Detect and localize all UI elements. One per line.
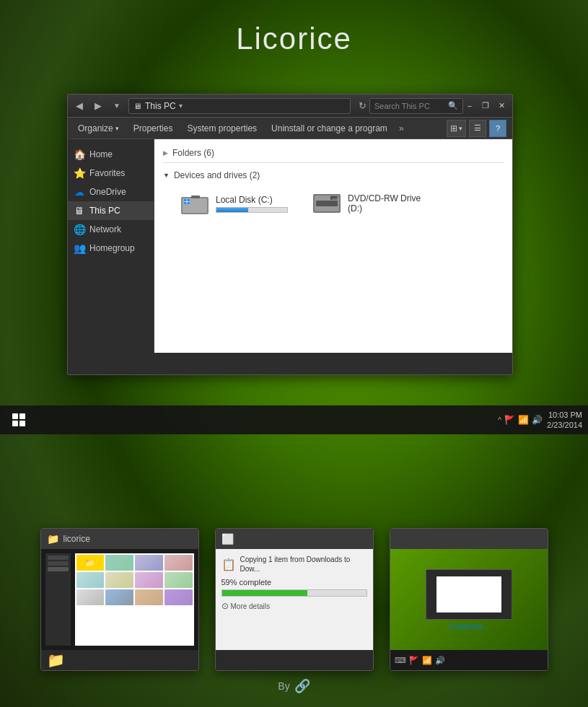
search-placeholder: Search This PC — [374, 102, 445, 110]
drive-dvd-d[interactable]: DVD DVD/CD-RW Drive (D:) — [307, 186, 433, 221]
sidebar-item-home[interactable]: 🏠 Home — [68, 145, 154, 164]
copy-progress-bar — [221, 589, 367, 597]
sidebar: 🏠 Home ⭐ Favorites ☁ OneDrive 🖥 This PC … — [68, 139, 154, 353]
svg-rect-5 — [191, 196, 200, 198]
thumbnail-copy-footer — [216, 650, 373, 670]
view-icon: ⊞ — [450, 123, 457, 133]
copy-percent-text: 59% complete — [221, 578, 367, 587]
folder-icon: 🖥 — [133, 102, 141, 110]
taskbar-date-display: 2/23/2014 — [547, 420, 582, 430]
thumbnail-copy[interactable]: ⬜ 📋 Copying 1 item from Downloads to Dow… — [215, 528, 374, 671]
refresh-button[interactable]: ↻ — [355, 99, 369, 113]
copy-chevron-icon: ⊙ — [221, 601, 229, 611]
thispc-icon: 🖥 — [74, 205, 85, 216]
svg-rect-8 — [316, 201, 338, 206]
network-tray-icon: 📶 — [518, 415, 529, 425]
thumbnail-copy-header: ⬜ — [216, 529, 373, 549]
homegroup-icon: 👥 — [74, 242, 85, 254]
onedrive-icon: ☁ — [74, 186, 85, 198]
taskbar-right: ^ 🚩 📶 🔊 10:03 PM 2/23/2014 — [498, 410, 582, 431]
thumbnail-explorer-body: 📁 — [41, 549, 198, 650]
sidebar-label-network: Network — [89, 224, 121, 234]
devices-section-header[interactable]: ▼ Devices and drives (2) — [163, 167, 504, 183]
search-box[interactable]: Search This PC 🔍 — [369, 98, 463, 114]
drive-bar-container — [216, 207, 288, 213]
forward-button[interactable]: ▶ — [91, 99, 105, 113]
sidebar-item-homegroup[interactable]: 👥 Homegroup — [68, 239, 154, 258]
explorer-window: ◀ ▶ ▼ 🖥 This PC ▾ ↻ Search This PC 🔍 − ❐… — [67, 94, 513, 375]
taskbar: ^ 🚩 📶 🔊 10:03 PM 2/23/2014 — [0, 405, 588, 434]
customize-link[interactable]: Customize... — [449, 623, 489, 631]
organize-button[interactable]: Organize ▾ — [74, 122, 123, 135]
notification-inner-card — [426, 569, 512, 620]
thumbnail-explorer-footer: 📁 — [41, 650, 198, 670]
taskbar-time-display: 10:03 PM — [547, 410, 582, 420]
taskbar-clock[interactable]: 10:03 PM 2/23/2014 — [547, 410, 582, 431]
thumb-footer-folder-icon: 📁 — [47, 651, 65, 669]
thumbnail-notification-header — [390, 529, 548, 549]
copy-dialog-header: 📋 Copying 1 item from Downloads to Dow..… — [221, 555, 367, 574]
address-dropdown-icon[interactable]: ▾ — [179, 102, 183, 110]
sidebar-label-homegroup: Homegroup — [89, 243, 135, 253]
notif-speaker-icon: 🔊 — [435, 656, 445, 665]
local-disk-icon — [181, 191, 210, 216]
devices-arrow-icon: ▼ — [163, 172, 170, 179]
organize-dropdown-icon: ▾ — [115, 125, 119, 132]
start-button[interactable] — [6, 407, 32, 433]
sidebar-label-home: Home — [89, 149, 113, 159]
thumbnail-copy-body: 📋 Copying 1 item from Downloads to Dow..… — [216, 549, 373, 650]
system-properties-button[interactable]: System properties — [183, 122, 261, 135]
thumbnail-notification-body: Customize... — [390, 549, 548, 650]
thumbnail-notification-footer: ⌨ 🚩 📶 🔊 — [390, 650, 548, 670]
flag-icon: 🚩 — [504, 415, 515, 425]
notif-network-icon: 📶 — [422, 656, 432, 665]
view-dropdown-button[interactable]: ⊞ ▾ — [447, 120, 466, 137]
page-title: Licorice — [0, 0, 588, 56]
address-box[interactable]: 🖥 This PC ▾ — [128, 98, 351, 114]
thumb-explorer-title: licorice — [63, 534, 90, 544]
folders-section-header[interactable]: ▶ Folders (6) — [163, 145, 504, 161]
thumb-folder-icon: 📁 — [47, 533, 59, 545]
folders-arrow-icon: ▶ — [163, 149, 168, 157]
thumbnail-explorer[interactable]: 📁 licorice 📁 — [40, 528, 199, 671]
notification-area: ^ 🚩 📶 🔊 — [498, 415, 543, 425]
system-tray-chevron[interactable]: ^ — [498, 416, 501, 424]
attribution-by: By — [278, 680, 289, 692]
dvd-drive-label: DVD/CD-RW Drive (D:) — [348, 193, 426, 214]
copy-more-details[interactable]: ⊙ More details — [221, 601, 367, 611]
minimize-button[interactable]: − — [463, 100, 476, 113]
search-icon: 🔍 — [448, 101, 458, 110]
copy-progress-fill — [222, 590, 307, 596]
restore-button[interactable]: ❐ — [479, 100, 492, 113]
up-button[interactable]: ▼ — [110, 99, 124, 113]
windows-logo-icon — [12, 413, 25, 426]
drive-local-c[interactable]: Local Disk (C:) — [175, 186, 301, 221]
drive-bar-bg — [216, 207, 288, 213]
back-button[interactable]: ◀ — [72, 99, 87, 113]
thumbnails-area: 📁 licorice 📁 — [0, 528, 588, 671]
notif-flag-icon: 🚩 — [409, 656, 419, 665]
sidebar-item-onedrive[interactable]: ☁ OneDrive — [68, 183, 154, 201]
sidebar-item-thispc[interactable]: 🖥 This PC — [68, 201, 154, 220]
thumbnail-explorer-header: 📁 licorice — [41, 529, 198, 549]
drive-bar-fill — [216, 208, 248, 212]
sidebar-label-thispc: This PC — [89, 206, 120, 216]
more-options-icon[interactable]: » — [399, 123, 404, 133]
title-bar: ◀ ▶ ▼ 🖥 This PC ▾ ↻ Search This PC 🔍 − ❐… — [68, 95, 512, 118]
close-button[interactable]: ✕ — [495, 100, 508, 113]
copy-dialog-content: 📋 Copying 1 item from Downloads to Dow..… — [216, 549, 373, 650]
view-dropdown-icon: ▾ — [459, 125, 462, 132]
sidebar-item-network[interactable]: 🌐 Network — [68, 220, 154, 239]
favorites-icon: ⭐ — [74, 167, 85, 179]
thumbnail-notification[interactable]: Customize... ⌨ 🚩 📶 🔊 — [390, 528, 548, 671]
attribution-link-icon[interactable]: 🔗 — [294, 678, 310, 694]
sidebar-label-favorites: Favorites — [89, 168, 125, 178]
layout-button[interactable]: ☰ — [469, 120, 486, 137]
help-button[interactable]: ? — [489, 120, 506, 137]
copy-dialog-icon: ⬜ — [221, 533, 234, 545]
main-pane: ▶ Folders (6) ▼ Devices and drives (2) — [154, 139, 512, 353]
properties-button[interactable]: Properties — [129, 122, 177, 135]
uninstall-button[interactable]: Uninstall or change a program — [267, 122, 392, 135]
sidebar-item-favorites[interactable]: ⭐ Favorites — [68, 164, 154, 183]
home-icon: 🏠 — [74, 149, 85, 160]
